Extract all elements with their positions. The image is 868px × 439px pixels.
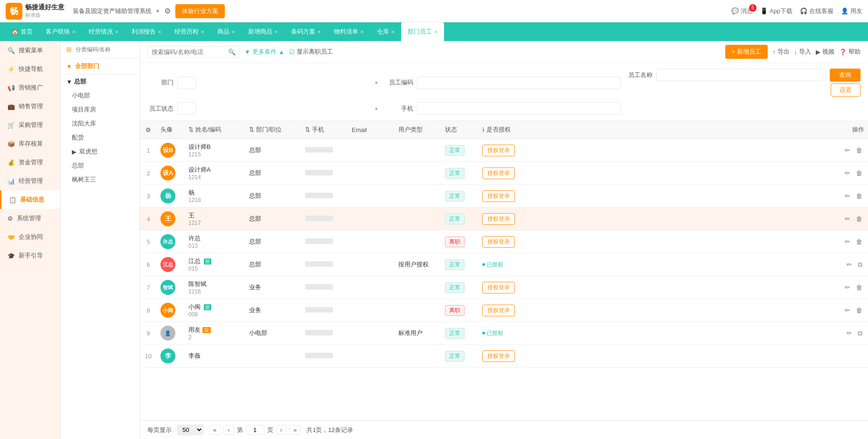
tab-close-icon[interactable]: ✕ [201,29,204,35]
empname-input[interactable] [656,69,826,81]
nav-search-menu[interactable]: 🔍 搜索菜单 [0,41,60,60]
tab-close-icon[interactable]: ✕ [72,29,76,35]
prev-page-btn[interactable]: ‹ [223,425,234,435]
dept-parent-general[interactable]: ▼ 总部 [61,75,139,89]
delete-btn[interactable]: 🗑 [854,306,864,315]
app-download-btn[interactable]: 📱 App下载 [760,7,792,15]
view-btn[interactable]: ▶ 视频 [816,48,834,56]
message-btn[interactable]: 💬 消息 5 [731,7,753,15]
edit-btn[interactable]: ✏ [845,260,854,269]
nav-system[interactable]: ⚙ 系统管理 [0,209,60,228]
tab-new-goods[interactable]: 新增商品 ✕ [242,22,285,41]
tab-close-icon[interactable]: ✕ [158,29,161,35]
edit-btn[interactable]: ✏ [843,146,852,155]
help-btn[interactable]: ❓ 帮助 [839,48,861,56]
more-filter-btn[interactable]: ▼ 更多条件 ▲ [244,48,285,56]
tab-history[interactable]: 经营历程 ✕ [168,22,211,41]
dept-all-item[interactable]: ▼ 全部部门 [61,58,139,75]
page-input[interactable] [246,425,264,435]
tab-bom[interactable]: 物料清单 ✕ [327,22,370,41]
nav-basic-info[interactable]: 📋 基础信息 [0,190,60,209]
edit-btn[interactable]: ✏ [843,237,852,246]
tab-close-icon[interactable]: ✕ [274,29,278,35]
nav-guide[interactable]: 🎓 新手引导 [0,246,60,265]
export-btn[interactable]: ↑ 导出 [772,48,790,56]
auth-btn[interactable]: 授权登录 [482,282,515,293]
col-dept[interactable]: ⇅ 部门/职位 [245,121,301,139]
tab-close-icon[interactable]: ✕ [231,29,235,35]
auth-btn[interactable]: 授权登录 [482,167,515,179]
phone-input[interactable] [417,102,621,115]
delete-btn[interactable]: 🗑 [854,191,864,201]
empcode-input[interactable] [417,77,621,89]
nav-stock[interactable]: 📦 库存核算 [0,134,60,153]
auth-btn[interactable]: 授权登录 [482,145,515,156]
nav-collab[interactable]: 🤝 企业协同 [0,228,60,246]
auth-btn[interactable]: 授权登录 [482,190,515,202]
edit-btn[interactable]: ✏ [843,168,852,178]
dept-item-zongbu[interactable]: 总部 [61,159,139,173]
tab-close-icon[interactable]: ✕ [317,29,321,35]
search-icon[interactable]: 🔍 [228,49,236,56]
add-employee-btn[interactable]: + 新增员工 [725,45,768,59]
dropdown-arrow-icon[interactable]: ▾ [156,7,160,14]
tab-customer[interactable]: 客户联络 ✕ [39,22,82,41]
nav-finance[interactable]: 💰 资金管理 [0,153,60,172]
tab-profit[interactable]: 利润报告 ✕ [125,22,168,41]
last-page-btn[interactable]: » [289,425,301,435]
nav-purchase[interactable]: 🛒 采购管理 [0,116,60,134]
dept-item-shenyang[interactable]: 沈阳大库 [61,117,139,131]
copy-btn[interactable]: ⧉ [856,260,864,270]
tab-close-icon[interactable]: ✕ [115,29,118,35]
show-resigned-checkbox[interactable]: ☑ 显示离职员工 [289,48,333,56]
edit-btn[interactable]: ✏ [845,328,854,338]
delete-btn[interactable]: 🗑 [854,146,864,155]
nav-marketing[interactable]: 📢 营销推广 [0,78,60,97]
status-select[interactable] [177,102,196,115]
col-settings[interactable]: ⚙ [140,121,157,139]
col-auth[interactable]: ℹ 是否授权 [479,121,535,139]
auth-btn[interactable]: 授权登录 [482,350,515,362]
tab-close-icon[interactable]: ✕ [434,29,437,35]
first-page-btn[interactable]: « [209,425,221,435]
query-btn[interactable]: 查询 [830,69,861,82]
dept-search-input[interactable] [76,46,140,53]
dept-item-project[interactable]: 项目库房 [61,103,139,117]
delete-btn[interactable]: 🗑 [854,237,864,246]
tab-home[interactable]: 🏠 首页 [5,22,39,41]
user-area[interactable]: 👤 用友 [841,7,862,15]
import-btn[interactable]: ↓ 导入 [794,48,812,56]
page-size-select[interactable]: 50 20 100 [177,425,203,435]
tab-close-icon[interactable]: ✕ [391,29,395,35]
nav-quick[interactable]: ⚡ 快捷导航 [0,60,60,78]
col-phone[interactable]: ⇅ 手机 [301,121,348,139]
nav-sales[interactable]: 💼 销售管理 [0,97,60,116]
next-page-btn[interactable]: › [276,425,286,435]
trial-btn[interactable]: 体验行业方案 [175,4,225,18]
edit-btn[interactable]: ✏ [843,214,852,223]
tab-barcode[interactable]: 条码方案 ✕ [285,22,327,41]
service-btn[interactable]: 🎧 在线客服 [800,7,833,15]
delete-btn[interactable]: 🗑 [854,214,864,223]
collapse-icon[interactable]: ▼ [66,78,72,85]
col-name[interactable]: ⇅ 姓名/编码 [185,121,245,139]
auth-btn[interactable]: 授权登录 [482,213,515,225]
dept-item-double[interactable]: ▶ 双虎想 [61,145,139,159]
tab-goods[interactable]: 商品 ✕ [211,22,242,41]
settings-icon[interactable]: ⚙ [164,7,171,15]
edit-btn[interactable]: ✏ [843,191,852,201]
tab-close-icon[interactable]: ✕ [360,29,364,35]
dept-item-maple[interactable]: 枫树王三 [61,173,139,187]
setup-btn[interactable]: 设置 [831,84,861,97]
tab-employee[interactable]: 部门员工 ✕ [401,22,444,41]
search-input[interactable] [152,49,226,56]
delete-btn[interactable]: 🗑 [854,168,864,178]
dept-item-peihuo[interactable]: 配货 [61,131,139,145]
dept-select[interactable] [177,77,196,89]
copy-btn[interactable]: ⧉ [856,328,864,338]
tab-business[interactable]: 经营情况 ✕ [82,22,125,41]
nav-operations[interactable]: 📊 经营管理 [0,172,60,190]
delete-btn[interactable]: 🗑 [854,283,864,292]
auth-btn[interactable]: 授权登录 [482,305,515,316]
edit-btn[interactable]: ✏ [843,306,852,315]
